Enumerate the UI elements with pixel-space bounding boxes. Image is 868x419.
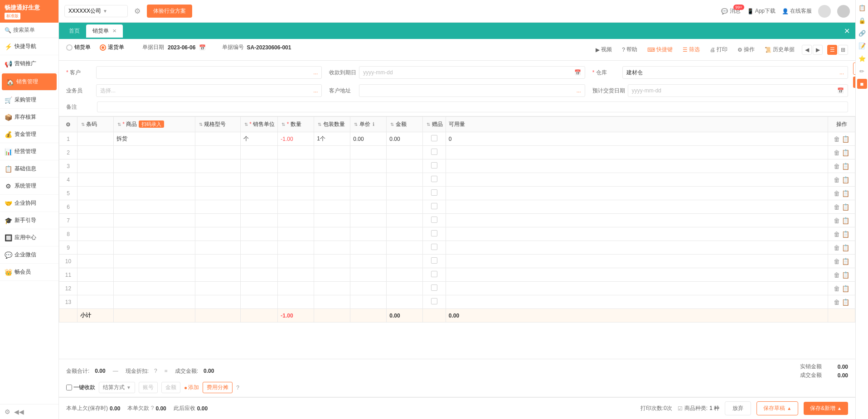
layout-grid-button[interactable]: ⊞ [838,45,848,55]
sidebar-item-system[interactable]: ⚙ 系统管理 [0,178,58,195]
cell-qty[interactable] [278,173,314,187]
customer-addr-dots[interactable]: ... [577,87,581,94]
cell-spec[interactable] [195,227,241,241]
gift-checkbox[interactable] [431,244,437,250]
calendar3-icon[interactable]: 📅 [837,87,844,94]
cell-amount[interactable] [387,282,423,295]
history-button[interactable]: 📜 历史单据 [762,44,797,55]
cell-amount[interactable] [387,146,423,159]
sidebar-item-operations[interactable]: 📊 经营管理 [0,143,58,160]
cell-price[interactable]: 0.00 [350,132,387,146]
cell-amount[interactable] [387,255,423,268]
cell-unit[interactable] [241,146,278,159]
th-sort-icon7[interactable]: ⇅ [354,122,358,127]
gift-checkbox[interactable] [431,203,437,209]
cell-spec[interactable] [195,241,241,255]
sidebar-search-item[interactable]: 🔍 搜索菜单 [0,23,58,38]
scan-button[interactable]: 扫码录入 [139,120,164,128]
cell-product[interactable] [114,282,195,295]
cell-spec[interactable] [195,146,241,159]
one-click-pay-checkbox[interactable]: 一键收款 [66,384,95,391]
cell-unit[interactable] [241,187,278,200]
cell-unit[interactable] [241,295,278,309]
sidebar-collapse-icon[interactable]: ◀◀ [14,408,24,415]
cell-amount[interactable] [387,214,423,227]
sidebar-item-member[interactable]: 👑 畅会员 [0,264,58,281]
message-button[interactable]: 💬 消息 99+ [721,7,741,15]
right-panel-btn-6[interactable]: ✏ [857,66,867,76]
gift-checkbox[interactable] [431,149,437,155]
cell-gift[interactable] [423,255,446,268]
cell-qty[interactable] [278,214,314,227]
cell-price[interactable] [350,241,387,255]
gift-checkbox[interactable] [431,284,437,291]
cell-pack-qty[interactable]: 1个 [314,132,350,146]
delete-icon[interactable]: 🗑 [834,244,840,251]
sidebar-item-basic-info[interactable]: 📋 基础信息 [0,160,58,178]
right-panel-btn-7[interactable]: ■ [857,79,867,89]
copy-icon[interactable]: 📋 [842,271,849,279]
delete-icon[interactable]: 🗑 [834,258,840,265]
cell-qty[interactable]: -1.00 [278,132,314,146]
cell-pack-qty[interactable] [314,282,350,295]
cell-amount[interactable] [387,159,423,173]
sidebar-item-marketing[interactable]: 📢 营销推广 [0,55,58,72]
cell-product[interactable] [114,187,195,200]
cell-unit[interactable] [241,159,278,173]
cell-product[interactable] [114,255,195,268]
cell-spec[interactable] [195,200,241,214]
sidebar-item-purchase[interactable]: 🛒 采购管理 [0,92,58,109]
copy-icon[interactable]: 📋 [842,231,849,238]
cell-pack-qty[interactable] [314,214,350,227]
cell-unit[interactable] [241,268,278,282]
cell-price[interactable] [350,200,387,214]
cell-product[interactable] [114,241,195,255]
cell-gift[interactable] [423,146,446,159]
one-click-pay-check[interactable] [66,385,72,390]
cell-price[interactable] [350,227,387,241]
cell-qty[interactable] [278,255,314,268]
delete-icon[interactable]: 🗑 [834,135,840,143]
cell-price[interactable] [350,214,387,227]
company-selector[interactable]: XXXXXX公司 ▼ [64,5,128,17]
cell-gift[interactable] [423,268,446,282]
cell-product[interactable]: 拆货 [114,132,195,146]
cell-gift[interactable] [423,200,446,214]
cell-spec[interactable] [195,159,241,173]
th-sort-icon9[interactable]: ⇅ [427,122,430,127]
user-avatar-2[interactable] [837,5,850,18]
salesman-input[interactable]: 选择... ... [96,84,322,97]
cell-gift[interactable] [423,187,446,200]
calendar-icon[interactable]: 📅 [199,44,206,51]
right-panel-btn-5[interactable]: ⭐ [857,53,867,63]
radio-sales[interactable]: 销货单 [66,43,91,51]
cell-unit[interactable]: 个 [241,132,278,146]
th-sort-icon4[interactable]: ⇅ [244,122,248,127]
payment-amount-input[interactable]: 金额 [161,382,180,393]
cell-spec[interactable] [195,282,241,295]
save-draft-button[interactable]: 保存草稿 ▲ [756,401,798,415]
sidebar-item-finance[interactable]: 💰 资金管理 [0,126,58,143]
window-close-icon[interactable]: ✕ [844,27,850,35]
cell-pack-qty[interactable] [314,227,350,241]
cell-product[interactable] [114,295,195,309]
gift-checkbox[interactable] [431,257,437,264]
gift-checkbox[interactable] [431,217,437,223]
cell-qty[interactable] [278,159,314,173]
cell-gift[interactable] [423,227,446,241]
cell-gift[interactable] [423,173,446,187]
trial-button[interactable]: 体验行业方案 [147,5,192,18]
th-settings[interactable]: ⚙ [59,117,78,132]
gift-checkbox[interactable] [431,189,437,196]
radio-return[interactable]: 退货单 [100,43,124,51]
print-button[interactable]: 🖨 打印 [707,44,730,55]
cell-barcode[interactable] [78,173,114,187]
cell-product[interactable] [114,268,195,282]
cell-amount[interactable] [387,268,423,282]
tab-home[interactable]: 首页 [63,24,86,38]
sidebar-item-guide[interactable]: 🎓 新手引导 [0,212,58,229]
cell-pack-qty[interactable] [314,173,350,187]
layout-list-button[interactable]: ☰ [827,45,837,55]
copy-icon[interactable]: 📋 [842,244,849,251]
th-sort-icon2[interactable]: ⇅ [117,122,121,127]
